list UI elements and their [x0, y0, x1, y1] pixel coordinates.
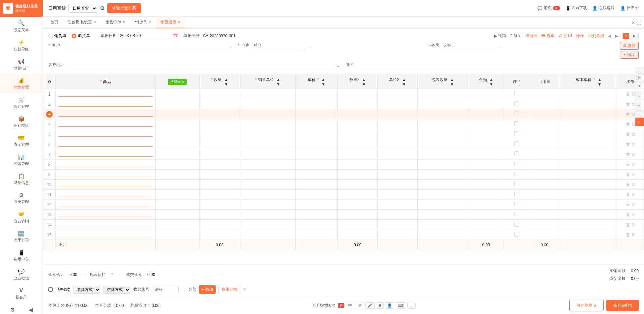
unit2-cell[interactable]	[378, 220, 418, 230]
right-float-list[interactable]: ≡	[635, 82, 644, 90]
cost-price-cell[interactable]	[560, 230, 617, 240]
unit-sort[interactable]: ▲▼	[276, 77, 280, 87]
available-cell[interactable]	[529, 109, 560, 119]
right-float-image[interactable]: 图	[635, 67, 644, 73]
copy-row-btn[interactable]: ⧉	[632, 162, 635, 167]
unit2-cell[interactable]	[378, 200, 418, 210]
copy-row-btn[interactable]: ⧉	[632, 151, 635, 157]
unit2-cell[interactable]	[378, 99, 418, 109]
available-cell[interactable]	[529, 180, 560, 190]
right-float-star[interactable]: ☆	[635, 91, 644, 101]
product-input[interactable]	[58, 142, 153, 147]
delete-row-btn[interactable]: 🗑	[626, 141, 630, 147]
unit-cell[interactable]	[240, 190, 296, 200]
cost-price-cell[interactable]	[560, 99, 617, 109]
pack-qty-cell[interactable]	[418, 89, 468, 99]
unit2-cell[interactable]	[378, 129, 418, 139]
unit-cell[interactable]	[240, 129, 296, 139]
delete-row-btn[interactable]: 🗑	[626, 91, 630, 97]
unit-cell[interactable]	[240, 89, 296, 99]
sidebar-collapse-btn[interactable]: ◀	[29, 307, 33, 313]
input-method-py[interactable]: 拼	[356, 302, 364, 309]
quantity-cell[interactable]	[199, 129, 240, 139]
sidebar-item-marketing[interactable]: 📢 营销推广	[0, 55, 43, 74]
cost-price-cell[interactable]	[560, 119, 617, 129]
pack-sort[interactable]: ▲▼	[450, 77, 454, 87]
copy-row-btn[interactable]: ⧉	[632, 91, 635, 97]
unit-price-cell[interactable]	[296, 180, 337, 190]
delete-row-btn[interactable]: 🗑	[626, 192, 630, 197]
tab-sale[interactable]: 销货单 ✕	[130, 17, 156, 28]
unit2-cell[interactable]	[378, 230, 418, 240]
product-cell[interactable]	[56, 129, 156, 139]
sidebar-item-finance[interactable]: 💳 资金管理	[0, 131, 43, 150]
amount-cell[interactable]	[468, 139, 504, 149]
list-view-btn[interactable]: ≡	[622, 33, 629, 39]
right-float-eye[interactable]: ⊙	[635, 102, 644, 111]
copy-row-btn[interactable]: ⧉	[632, 121, 635, 127]
product-input[interactable]	[58, 102, 153, 107]
available-cell[interactable]	[529, 170, 560, 180]
unit-price-cell[interactable]	[296, 109, 337, 119]
unit-price-cell[interactable]	[296, 129, 337, 139]
gift-checkbox[interactable]	[514, 182, 519, 186]
available-cell[interactable]	[529, 200, 560, 210]
save-draft-btn[interactable]: 保存草稿 ∧	[569, 300, 604, 311]
cost-price-cell[interactable]	[560, 129, 617, 139]
quantity-sort[interactable]: ▲▼	[224, 77, 228, 87]
tab-return-close[interactable]: ✕	[178, 20, 180, 24]
amount-cell[interactable]	[468, 149, 504, 160]
account-dots[interactable]: ...	[181, 287, 185, 292]
available-cell[interactable]	[529, 129, 560, 139]
unit2-cell[interactable]	[378, 180, 418, 190]
unit-cell[interactable]	[240, 200, 296, 210]
product-cell[interactable]	[56, 230, 156, 240]
available-cell[interactable]	[529, 99, 560, 109]
pack-qty-cell[interactable]	[418, 230, 468, 240]
calendar-icon[interactable]: 📅	[173, 34, 178, 38]
one-click-pay-check[interactable]	[48, 287, 53, 292]
pack-qty-cell[interactable]	[418, 200, 468, 210]
amount-cell[interactable]	[468, 129, 504, 139]
gift-checkbox[interactable]	[514, 151, 519, 156]
gift-cell[interactable]	[504, 139, 529, 149]
available-cell[interactable]	[529, 149, 560, 160]
quantity-cell[interactable]	[199, 99, 240, 109]
gift-checkbox[interactable]	[514, 232, 519, 237]
quantity-cell[interactable]	[199, 160, 240, 170]
date-input[interactable]	[118, 32, 172, 39]
one-click-pay-checkbox[interactable]: 一键收款	[48, 287, 70, 292]
tab-price-close[interactable]: ✕	[93, 20, 96, 24]
unit-price-cell[interactable]	[296, 190, 337, 200]
delete-row-btn[interactable]: 🗑	[626, 111, 630, 117]
quantity-cell[interactable]	[199, 170, 240, 180]
copy-row-btn[interactable]: ⧉	[632, 222, 635, 228]
pack-qty-cell[interactable]	[418, 210, 468, 220]
add-row-btn[interactable]: +	[46, 111, 53, 118]
gift-cell[interactable]	[504, 220, 529, 230]
cost-price-cell[interactable]	[560, 180, 617, 190]
product-cell[interactable]	[56, 89, 156, 99]
gift-cell[interactable]	[504, 160, 529, 170]
quantity2-cell[interactable]	[337, 109, 377, 119]
quantity2-cell[interactable]	[337, 230, 377, 240]
cost-price-cell[interactable]	[560, 210, 617, 220]
pack-qty-cell[interactable]	[418, 160, 468, 170]
product-input[interactable]	[58, 122, 153, 127]
gift-cell[interactable]	[504, 210, 529, 220]
grid-view-btn[interactable]: ⊞	[631, 33, 639, 39]
amount-cell[interactable]	[468, 170, 504, 180]
unit-price-cell[interactable]	[296, 149, 337, 160]
address-input[interactable]	[66, 61, 335, 68]
tab-price-setting[interactable]: 售价提取设置 ✕	[63, 17, 101, 28]
quantity-cell[interactable]	[199, 190, 240, 200]
gift-cell[interactable]	[504, 99, 529, 109]
copy-row-btn[interactable]: ⧉	[632, 182, 635, 187]
amount-cell[interactable]	[468, 160, 504, 170]
sidebar-item-cooperation[interactable]: 🤝 企业协同	[0, 208, 43, 227]
pack-qty-cell[interactable]	[418, 190, 468, 200]
gift-checkbox[interactable]	[514, 202, 519, 206]
gift-checkbox[interactable]	[514, 91, 519, 96]
gift-checkbox[interactable]	[514, 101, 519, 106]
available-cell[interactable]	[529, 119, 560, 129]
